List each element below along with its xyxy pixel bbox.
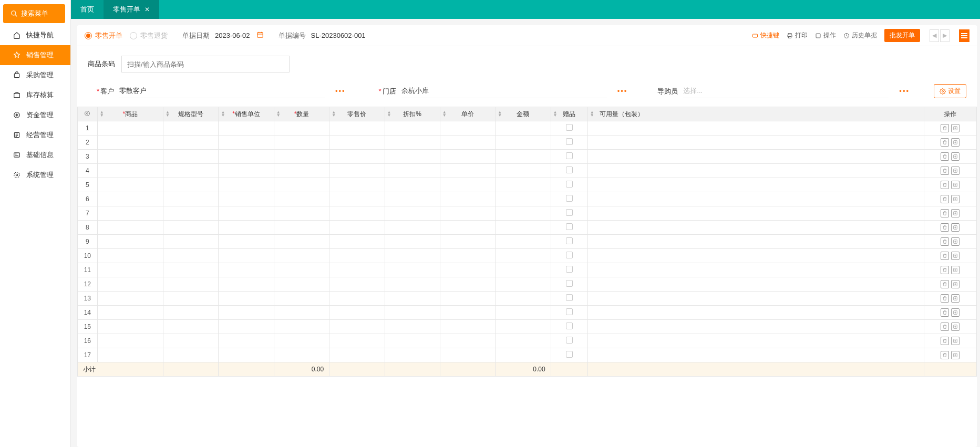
cell-avail[interactable] (587, 292, 924, 306)
cell-uprice[interactable] (440, 320, 495, 334)
delete-row-icon[interactable] (941, 252, 949, 260)
checkbox-icon[interactable] (566, 124, 573, 131)
cell-uprice[interactable] (440, 164, 495, 178)
table-row[interactable]: 1 (78, 121, 977, 136)
cell-gift[interactable] (551, 136, 587, 150)
cell-price[interactable] (329, 206, 385, 221)
add-row-icon[interactable] (951, 138, 960, 147)
cell-disc[interactable] (385, 164, 440, 178)
cell-gift[interactable] (551, 164, 587, 178)
cell-avail[interactable] (587, 320, 924, 334)
cell-disc[interactable] (385, 277, 440, 292)
cell-unit[interactable] (219, 221, 274, 235)
cell-unit[interactable] (219, 206, 274, 221)
cell-gift[interactable] (551, 277, 587, 292)
cell-product[interactable] (97, 164, 163, 178)
cell-uprice[interactable] (440, 277, 495, 292)
cell-spec[interactable] (163, 150, 219, 164)
cell-amt[interactable] (496, 292, 551, 306)
cell-disc[interactable] (385, 192, 440, 206)
cell-uprice[interactable] (440, 263, 495, 277)
cell-avail[interactable] (587, 164, 924, 178)
add-row-icon[interactable] (951, 337, 960, 345)
cell-spec[interactable] (163, 277, 219, 292)
table-row[interactable]: 4 (78, 164, 977, 178)
cell-unit[interactable] (219, 235, 274, 249)
add-row-icon[interactable] (951, 252, 960, 260)
cell-qty[interactable] (274, 334, 329, 348)
col-gift[interactable]: ▲▼赠品 (551, 107, 587, 121)
list-toggle-button[interactable] (959, 29, 969, 42)
table-row[interactable]: 15 (78, 320, 977, 334)
cell-gift[interactable] (551, 235, 587, 249)
cell-gift[interactable] (551, 121, 587, 136)
cell-amt[interactable] (496, 150, 551, 164)
add-row-icon[interactable] (951, 351, 960, 359)
cell-disc[interactable] (385, 136, 440, 150)
print-link[interactable]: 打印 (787, 31, 808, 40)
cell-disc[interactable] (385, 306, 440, 320)
col-uprice[interactable]: ▲▼单价 (440, 107, 495, 121)
checkbox-icon[interactable] (566, 195, 573, 202)
cell-spec[interactable] (163, 221, 219, 235)
nav-prev-button[interactable]: ◀ (930, 29, 939, 42)
cell-gift[interactable] (551, 150, 587, 164)
cell-disc[interactable] (385, 320, 440, 334)
delete-row-icon[interactable] (941, 209, 949, 217)
cell-price[interactable] (329, 221, 385, 235)
cell-unit[interactable] (219, 249, 274, 263)
cell-uprice[interactable] (440, 334, 495, 348)
cell-qty[interactable] (274, 121, 329, 136)
cell-price[interactable] (329, 263, 385, 277)
checkbox-icon[interactable] (566, 152, 573, 159)
cell-disc[interactable] (385, 263, 440, 277)
add-row-icon[interactable] (951, 167, 960, 175)
table-row[interactable]: 13 (78, 292, 977, 306)
cell-product[interactable] (97, 292, 163, 306)
guide-more-icon[interactable]: ••• (896, 87, 913, 95)
cell-avail[interactable] (587, 334, 924, 348)
add-row-icon[interactable] (951, 294, 960, 303)
checkbox-icon[interactable] (566, 181, 573, 188)
sidebar-item-purchase[interactable]: 采购管理 (0, 65, 70, 85)
sidebar-search-menu[interactable]: 搜索菜单 (3, 4, 65, 23)
checkbox-icon[interactable] (566, 294, 573, 301)
cell-spec[interactable] (163, 136, 219, 150)
delete-row-icon[interactable] (941, 152, 949, 161)
cell-spec[interactable] (163, 178, 219, 192)
cell-spec[interactable] (163, 320, 219, 334)
cell-gift[interactable] (551, 249, 587, 263)
checkbox-icon[interactable] (566, 223, 573, 230)
cell-uprice[interactable] (440, 306, 495, 320)
cell-disc[interactable] (385, 292, 440, 306)
cell-uprice[interactable] (440, 150, 495, 164)
cell-uprice[interactable] (440, 136, 495, 150)
cell-amt[interactable] (496, 334, 551, 348)
cell-product[interactable] (97, 150, 163, 164)
customer-value[interactable]: 零散客户 (119, 84, 325, 98)
sidebar-item-base[interactable]: 基础信息 (0, 145, 70, 165)
table-row[interactable]: 16 (78, 334, 977, 348)
cell-unit[interactable] (219, 348, 274, 362)
cell-price[interactable] (329, 121, 385, 136)
cell-avail[interactable] (587, 249, 924, 263)
sidebar-item-stock[interactable]: 库存核算 (0, 85, 70, 105)
delete-row-icon[interactable] (941, 308, 949, 317)
cell-avail[interactable] (587, 221, 924, 235)
checkbox-icon[interactable] (566, 266, 573, 273)
delete-row-icon[interactable] (941, 323, 949, 331)
cell-spec[interactable] (163, 249, 219, 263)
checkbox-icon[interactable] (566, 237, 573, 244)
add-row-icon[interactable] (951, 209, 960, 217)
cell-avail[interactable] (587, 121, 924, 136)
cell-product[interactable] (97, 320, 163, 334)
cell-amt[interactable] (496, 348, 551, 362)
cell-product[interactable] (97, 178, 163, 192)
settings-button[interactable]: 设置 (934, 84, 966, 98)
sidebar-item-sale[interactable]: 销售管理 (0, 45, 70, 65)
sidebar-item-biz[interactable]: 经营管理 (0, 125, 70, 145)
delete-row-icon[interactable] (941, 124, 949, 132)
cell-qty[interactable] (274, 206, 329, 221)
table-row[interactable]: 5 (78, 178, 977, 192)
cell-price[interactable] (329, 277, 385, 292)
